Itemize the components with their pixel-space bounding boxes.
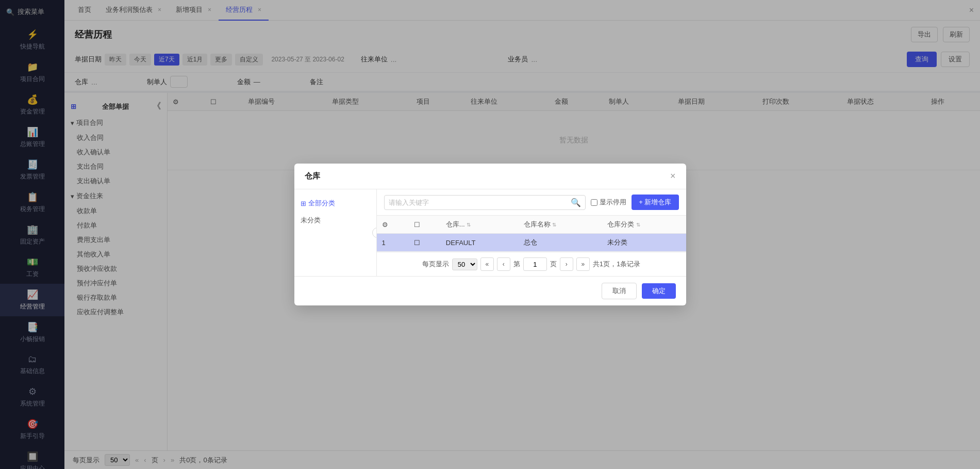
wh-table-col-code: 仓库... ⇅ [441, 216, 519, 234]
wh-table-gear[interactable]: ⚙ [377, 216, 409, 234]
wh-table-col-name: 仓库名称 ⇅ [519, 216, 602, 234]
modal-footer: 取消 确定 [294, 276, 686, 305]
wh-row-category: 未分类 [602, 234, 686, 252]
modal-all-label: 全部分类 [308, 199, 335, 208]
warehouse-table: ⚙ ☐ 仓库... ⇅ 仓库名称 ⇅ 仓库分类 ⇅ 1 ☐ DE [377, 216, 686, 252]
wh-row-num: 1 [377, 234, 409, 252]
modal-search-input[interactable] [389, 199, 568, 206]
modal-per-page-label: 每页显示 [422, 260, 449, 269]
wh-row-check[interactable]: ☐ [409, 234, 441, 252]
modal-page-input[interactable] [523, 257, 547, 271]
modal: 仓库 × ⊞ 全部分类 未分类 《 [294, 164, 686, 305]
modal-confirm-button[interactable]: 确定 [642, 283, 676, 299]
modal-search-icon[interactable]: 🔍 [571, 198, 581, 207]
modal-show-disabled-label: 显示停用 [600, 198, 626, 207]
modal-page-suffix: 页 [550, 260, 557, 269]
modal-prev-page-btn[interactable]: ‹ [497, 257, 510, 271]
modal-per-page-select[interactable]: 50 [452, 258, 477, 270]
modal-next-page-btn[interactable]: › [560, 257, 573, 271]
modal-right: 🔍 显示停用 + 新增仓库 ⚙ ☐ [377, 189, 686, 276]
modal-show-disabled-checkbox[interactable] [591, 199, 597, 206]
add-warehouse-button[interactable]: + 新增仓库 [632, 195, 678, 210]
modal-show-disabled-wrap: 显示停用 [591, 198, 626, 207]
modal-page-prefix: 第 [513, 260, 520, 269]
modal-left-uncategorized[interactable]: 未分类 [294, 212, 376, 229]
modal-close-button[interactable]: × [670, 171, 676, 182]
modal-cancel-button[interactable]: 取消 [602, 283, 637, 299]
modal-search-wrap: 🔍 [384, 195, 586, 210]
modal-body: ⊞ 全部分类 未分类 《 🔍 显示停用 [294, 189, 686, 276]
modal-toolbar: 🔍 显示停用 + 新增仓库 [377, 189, 686, 216]
modal-header: 仓库 × [294, 164, 686, 189]
modal-left-collapse-btn[interactable]: 《 [372, 228, 377, 238]
modal-left-header[interactable]: ⊞ 全部分类 [294, 195, 376, 212]
modal-grid-icon: ⊞ [301, 200, 306, 207]
wh-row-name: 总仓 [519, 234, 602, 252]
warehouse-table-row[interactable]: 1 ☐ DEFAULT 总仓 未分类 [377, 234, 686, 252]
modal-overlay: 仓库 × ⊞ 全部分类 未分类 《 [0, 0, 980, 469]
modal-title: 仓库 [305, 171, 320, 181]
modal-pagination: 每页显示 50 « ‹ 第 页 › » 共1页，1条记录 [377, 252, 686, 276]
modal-table: ⚙ ☐ 仓库... ⇅ 仓库名称 ⇅ 仓库分类 ⇅ 1 ☐ DE [377, 216, 686, 252]
modal-total-label: 共1页，1条记录 [593, 260, 640, 269]
modal-left: ⊞ 全部分类 未分类 《 [294, 189, 377, 276]
modal-uncategorized-label: 未分类 [301, 216, 321, 224]
modal-first-page-btn[interactable]: « [480, 257, 494, 271]
modal-last-page-btn[interactable]: » [576, 257, 590, 271]
wh-table-check[interactable]: ☐ [409, 216, 441, 234]
wh-row-code: DEFAULT [441, 234, 519, 252]
wh-table-col-category: 仓库分类 ⇅ [602, 216, 686, 234]
